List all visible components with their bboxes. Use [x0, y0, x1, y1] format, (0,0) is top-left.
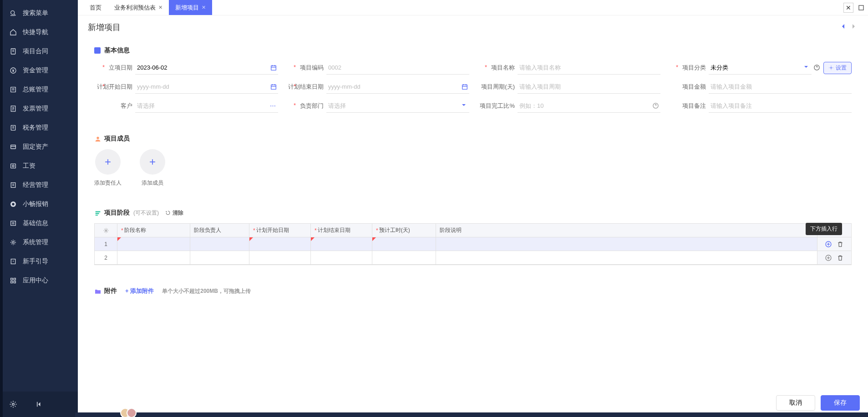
- sidebar-item-project[interactable]: 项目合同: [3, 42, 78, 61]
- window-close-button[interactable]: ✕: [843, 3, 853, 13]
- tab-bar: 首页 业务利润预估表✕ 新增项目✕ ✕: [78, 0, 868, 15]
- cycle-input[interactable]: [518, 80, 660, 94]
- sidebar-item-biz[interactable]: 经营管理: [3, 176, 78, 195]
- add-member-button[interactable]: +: [140, 149, 165, 175]
- svg-rect-31: [859, 5, 863, 10]
- chevron-down-icon[interactable]: [461, 102, 468, 110]
- tab-profit-estimate[interactable]: 业务利润预估表✕: [108, 0, 169, 15]
- field-label: 项目名称: [477, 64, 518, 72]
- help-icon[interactable]: [813, 64, 821, 71]
- sidebar-item-ledger[interactable]: 总账管理: [3, 80, 78, 99]
- delete-row-icon[interactable]: [837, 254, 844, 261]
- stages-section: 项目阶段 (可不设置) 清除 阶段名称 阶段负责人 计划开始日期 计划结束日期 …: [85, 201, 861, 272]
- main-area: 首页 业务利润预估表✕ 新增项目✕ ✕ 新增项目 基本信息 立项日期: [78, 0, 868, 417]
- sidebar-item-home[interactable]: 快捷导航: [3, 23, 78, 42]
- cell-owner[interactable]: [190, 251, 249, 264]
- sidebar-label: 快捷导航: [23, 28, 48, 36]
- code-input[interactable]: [326, 61, 469, 75]
- complete-pct-input[interactable]: [518, 99, 660, 113]
- sidebar-item-invoice[interactable]: 发票管理: [3, 99, 78, 118]
- field-label: 项目编码: [285, 64, 326, 72]
- amount-input[interactable]: [709, 80, 852, 94]
- cell-start[interactable]: [249, 251, 311, 264]
- field-label: 项目完工比%: [477, 102, 518, 110]
- cell-owner[interactable]: [190, 237, 249, 251]
- close-icon[interactable]: ✕: [158, 5, 162, 10]
- collapse-icon[interactable]: [36, 400, 44, 408]
- calendar-icon[interactable]: [270, 83, 277, 90]
- sidebar-item-salary[interactable]: 工资: [3, 156, 78, 176]
- tab-home[interactable]: 首页: [83, 0, 108, 15]
- clear-button[interactable]: 清除: [165, 209, 183, 217]
- sidebar-item-funds[interactable]: 资金管理: [3, 61, 78, 80]
- sidebar-item-expense[interactable]: 小畅报销: [3, 195, 78, 214]
- table-row[interactable]: 1: [95, 237, 851, 251]
- table-row[interactable]: 2: [95, 251, 851, 265]
- sidebar-label: 总账管理: [23, 85, 48, 94]
- search-icon: [9, 9, 17, 17]
- sidebar-item-tax[interactable]: 税务管理: [3, 118, 78, 137]
- sidebar-label: 小畅报销: [23, 200, 48, 208]
- sidebar-item-system[interactable]: 系统管理: [3, 233, 78, 252]
- sidebar-item-guide[interactable]: 新手引导: [3, 252, 78, 271]
- cell-name[interactable]: [117, 251, 190, 264]
- sidebar-item-assets[interactable]: 固定资产: [3, 137, 78, 156]
- next-icon[interactable]: [851, 24, 858, 31]
- biz-icon: [9, 181, 17, 189]
- asset-icon: [9, 143, 17, 151]
- calendar-icon[interactable]: [461, 83, 468, 90]
- sidebar-label: 搜索菜单: [23, 9, 48, 17]
- create-date-input[interactable]: [135, 61, 278, 75]
- cell-name[interactable]: [117, 237, 190, 251]
- svg-point-0: [11, 11, 15, 15]
- save-button[interactable]: 保存: [821, 395, 860, 411]
- sidebar-item-search[interactable]: 搜索菜单: [3, 4, 78, 23]
- sidebar-item-info[interactable]: 基础信息: [3, 214, 78, 233]
- tab-new-project[interactable]: 新增项目✕: [169, 0, 212, 15]
- home-icon: [9, 28, 17, 36]
- cell-end[interactable]: [311, 251, 372, 264]
- money-icon: [9, 66, 17, 75]
- field-label: 项目周期(天): [477, 83, 518, 91]
- section-title: 附件: [104, 287, 117, 295]
- customer-select[interactable]: [135, 99, 278, 113]
- cell-desc[interactable]: [436, 237, 817, 251]
- delete-row-icon[interactable]: [837, 241, 844, 248]
- column-settings[interactable]: [95, 224, 117, 237]
- category-select[interactable]: [709, 61, 812, 75]
- plan-end-input[interactable]: [326, 80, 469, 94]
- close-icon[interactable]: ✕: [202, 5, 206, 10]
- page-title: 新增项目: [88, 22, 121, 33]
- add-row-icon[interactable]: [825, 241, 832, 248]
- help-icon[interactable]: [652, 102, 660, 110]
- cell-end[interactable]: [311, 237, 372, 251]
- cell-hours[interactable]: [372, 251, 436, 264]
- add-attachment-link[interactable]: + 添加附件: [125, 287, 154, 295]
- more-icon[interactable]: ⋯: [270, 102, 277, 110]
- window-maximize-button[interactable]: [856, 3, 866, 13]
- section-subtitle: (可不设置): [133, 209, 159, 217]
- chevron-down-icon[interactable]: [803, 64, 811, 71]
- prev-icon[interactable]: [841, 24, 848, 31]
- col-desc: 阶段说明: [436, 224, 817, 237]
- svg-rect-49: [96, 213, 99, 214]
- name-input[interactable]: [518, 61, 660, 75]
- remark-input[interactable]: [709, 99, 852, 113]
- sidebar-label: 发票管理: [23, 105, 48, 113]
- config-button[interactable]: 设置: [823, 62, 852, 74]
- cell-hours[interactable]: [372, 237, 436, 251]
- sidebar-label: 工资: [23, 162, 36, 170]
- col-plan-end: 计划结束日期: [311, 224, 372, 237]
- field-label: 项目金额: [668, 83, 709, 91]
- sidebar-item-apps[interactable]: 应用中心: [3, 271, 78, 290]
- plan-start-input[interactable]: [135, 80, 278, 94]
- add-owner-button[interactable]: +: [95, 149, 121, 175]
- cancel-button[interactable]: 取消: [776, 395, 815, 411]
- gear-icon[interactable]: [9, 400, 17, 408]
- add-row-icon[interactable]: [825, 254, 832, 261]
- cell-start[interactable]: [249, 237, 311, 251]
- dept-select[interactable]: [326, 99, 469, 113]
- svg-rect-28: [14, 281, 15, 283]
- cell-desc[interactable]: [436, 251, 817, 264]
- calendar-icon[interactable]: [270, 64, 277, 71]
